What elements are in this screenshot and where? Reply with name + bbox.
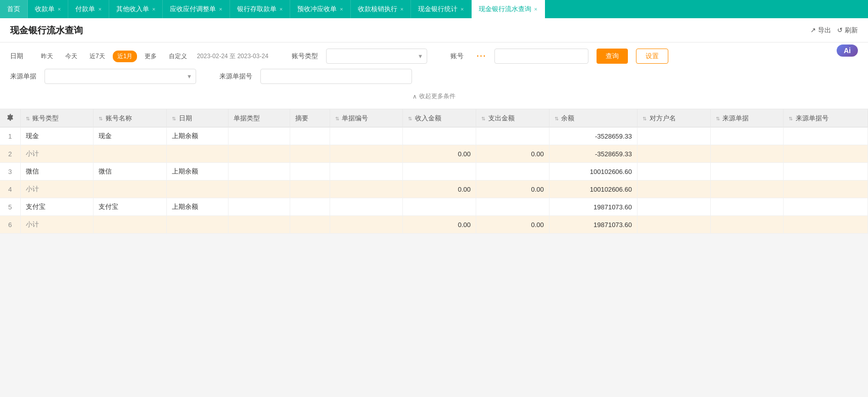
cell-account_type: 现金 xyxy=(20,127,94,145)
cell-summary xyxy=(290,127,330,145)
table-col-account-name[interactable]: ⇅ 账号名称 xyxy=(94,109,167,127)
cell-source_doc xyxy=(710,127,784,145)
nav-other-income[interactable]: 其他收入单 × xyxy=(109,0,163,18)
cell-account_name: 现金 xyxy=(94,127,167,145)
collapse-bar[interactable]: ∧ 收起更多条件 xyxy=(10,89,858,103)
table-col-gear[interactable] xyxy=(0,109,20,127)
nav-bank-deposit-close[interactable]: × xyxy=(280,6,283,12)
cell-balance: 100102606.60 xyxy=(549,181,637,198)
source-doc-no-input[interactable] xyxy=(260,69,412,84)
top-navigation: 首页 收款单 × 付款单 × 其他收入单 × 应收应付调整单 × 银行存取款单 … xyxy=(0,0,868,18)
query-button[interactable]: 查询 xyxy=(597,49,628,64)
row-index: 4 xyxy=(0,181,20,198)
cell-summary xyxy=(290,181,330,198)
nav-bank-deposit[interactable]: 银行存取款单 × xyxy=(230,0,290,18)
cell-expense xyxy=(476,163,550,181)
shortcut-custom[interactable]: 自定义 xyxy=(164,51,192,62)
cell-doc_no xyxy=(330,216,403,234)
cell-expense: 0.00 xyxy=(476,216,550,234)
page-title: 现金银行流水查询 xyxy=(10,24,83,36)
table-col-income[interactable]: ⇅ 收入金额 xyxy=(403,109,476,127)
row-index: 1 xyxy=(0,127,20,145)
table-col-account-type[interactable]: ⇅ 账号类型 xyxy=(20,109,94,127)
cell-date: 上期余额 xyxy=(167,198,229,216)
table-col-counterparty[interactable]: ⇅ 对方户名 xyxy=(637,109,710,127)
gear-icon xyxy=(6,113,14,121)
nav-receipt[interactable]: 收款单 × xyxy=(28,0,68,18)
account-input[interactable] xyxy=(494,49,588,64)
cell-balance: 19871073.60 xyxy=(549,216,637,234)
cell-account_name: 微信 xyxy=(94,163,167,181)
sort-icon: ⇅ xyxy=(481,116,485,121)
cell-balance: 100102606.60 xyxy=(549,163,637,181)
cell-income xyxy=(403,163,476,181)
row-index: 3 xyxy=(0,163,20,181)
cell-counterparty xyxy=(637,216,710,234)
nav-bank-flow[interactable]: 现金银行流水查询 × xyxy=(472,0,545,18)
shortcut-1month[interactable]: 近1月 xyxy=(113,51,138,62)
shortcut-today[interactable]: 今天 xyxy=(61,51,82,62)
cell-account_type: 小计 xyxy=(20,145,94,163)
table-row: 6小计0.000.0019871073.60 xyxy=(0,216,868,234)
cell-income: 0.00 xyxy=(403,145,476,163)
table-col-doc-no[interactable]: ⇅ 单据编号 xyxy=(330,109,403,127)
table-header-row: ⇅ 账号类型 ⇅ 账号名称 ⇅ 日期 单据类型 摘要 ⇅ xyxy=(0,109,868,127)
sort-icon: ⇅ xyxy=(555,116,559,121)
data-table: ⇅ 账号类型 ⇅ 账号名称 ⇅ 日期 单据类型 摘要 ⇅ xyxy=(0,109,868,234)
table-col-source-doc[interactable]: ⇅ 来源单据 xyxy=(710,109,784,127)
cell-date: 上期余额 xyxy=(167,163,229,181)
nav-bank-stats-close[interactable]: × xyxy=(461,6,464,12)
nav-adjust[interactable]: 应收应付调整单 × xyxy=(163,0,230,18)
shortcut-yesterday[interactable]: 昨天 xyxy=(36,51,58,62)
nav-writeoff[interactable]: 收款核销执行 × xyxy=(351,0,411,18)
nav-adjust-close[interactable]: × xyxy=(219,6,222,12)
cell-doc_type xyxy=(229,198,290,216)
table-row: 4小计0.000.00100102606.60 xyxy=(0,181,868,198)
table-col-expense[interactable]: ⇅ 支出金额 xyxy=(476,109,550,127)
cell-doc_type xyxy=(229,181,290,198)
cell-doc_no xyxy=(330,163,403,181)
sort-icon: ⇅ xyxy=(643,116,647,121)
table-col-doc-type[interactable]: 单据类型 xyxy=(229,109,290,127)
nav-advance-close[interactable]: × xyxy=(340,6,343,12)
account-type-label: 账号类型 xyxy=(292,52,318,61)
cell-summary xyxy=(290,198,330,216)
date-shortcuts: 昨天 今天 近7天 近1月 更多 自定义 2023-02-24 至 2023-0… xyxy=(36,51,268,62)
nav-payment-close[interactable]: × xyxy=(98,6,101,12)
cell-counterparty xyxy=(637,163,710,181)
table-col-balance[interactable]: ⇅ 余额 xyxy=(549,109,637,127)
refresh-button[interactable]: ↺ 刷新 xyxy=(837,26,858,35)
shortcut-more[interactable]: 更多 xyxy=(140,51,161,62)
nav-other-income-close[interactable]: × xyxy=(152,6,155,12)
header-actions: ↗ 导出 ↺ 刷新 xyxy=(810,26,858,35)
cell-account_type: 微信 xyxy=(20,163,94,181)
account-type-select[interactable]: 现金 微信 支付宝 xyxy=(326,49,427,64)
nav-bank-stats[interactable]: 现金银行统计 × xyxy=(411,0,471,18)
cell-expense: 0.00 xyxy=(476,145,550,163)
nav-receipt-close[interactable]: × xyxy=(58,6,61,12)
cell-account_name xyxy=(94,181,167,198)
cell-account_name xyxy=(94,145,167,163)
table-col-source-doc-no[interactable]: ⇅ 来源单据号 xyxy=(784,109,868,127)
filter-row-1: 日期 昨天 今天 近7天 近1月 更多 自定义 2023-02-24 至 202… xyxy=(10,49,858,64)
cell-doc_type xyxy=(229,127,290,145)
settings-button[interactable]: 设置 xyxy=(636,49,668,64)
nav-payment[interactable]: 付款单 × xyxy=(68,0,109,18)
nav-bank-flow-close[interactable]: × xyxy=(534,6,537,12)
cell-source_doc_no xyxy=(784,216,868,234)
table-col-summary[interactable]: 摘要 xyxy=(290,109,330,127)
nav-writeoff-close[interactable]: × xyxy=(400,6,403,12)
shortcut-7days[interactable]: 近7天 xyxy=(85,51,110,62)
account-dots-button[interactable]: ··· xyxy=(477,52,486,61)
table-col-date[interactable]: ⇅ 日期 xyxy=(167,109,229,127)
export-button[interactable]: ↗ 导出 xyxy=(810,26,831,35)
cell-date xyxy=(167,216,229,234)
ai-badge[interactable]: Ai xyxy=(837,45,858,57)
nav-home[interactable]: 首页 xyxy=(0,0,28,18)
cell-counterparty xyxy=(637,145,710,163)
table-row: 3微信微信上期余额100102606.60 xyxy=(0,163,868,181)
source-doc-select[interactable] xyxy=(44,69,196,84)
sort-icon: ⇅ xyxy=(335,116,339,121)
date-filter-label: 日期 xyxy=(10,52,28,61)
nav-advance[interactable]: 预收冲应收单 × xyxy=(290,0,350,18)
